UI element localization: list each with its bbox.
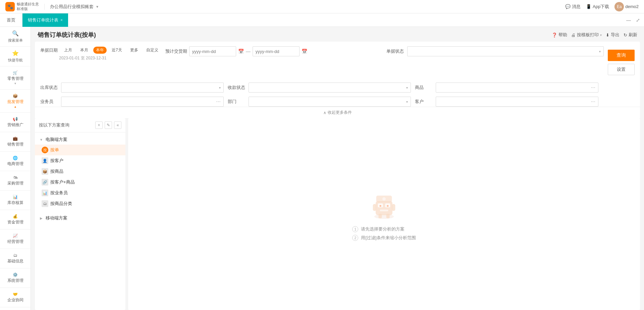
calendar-end-icon[interactable]: 📅: [302, 49, 307, 54]
tree-expand-icon[interactable]: ▼: [39, 137, 44, 142]
left-panel-edit-button[interactable]: ✎: [105, 121, 112, 129]
customer-select[interactable]: ···: [436, 97, 598, 107]
svg-rect-9: [378, 214, 382, 218]
calendar-start-icon[interactable]: 📅: [238, 49, 244, 54]
status-select[interactable]: ▾: [407, 46, 604, 56]
print-icon: 🖨: [571, 33, 576, 38]
settings-button[interactable]: 设置: [608, 64, 635, 75]
export-button[interactable]: ⬇ 导出: [606, 32, 620, 38]
tree-item-by-salesperson[interactable]: 📊 按业务员: [35, 188, 125, 198]
left-panel-header: 按以下方案查询 + ✎ «: [35, 118, 125, 133]
goods-dots[interactable]: ···: [591, 85, 595, 91]
collapse-bar[interactable]: ∧ 收起更多条件: [35, 107, 640, 118]
page-title: 销售订单统计表(按单): [38, 31, 96, 39]
sidebar-item-marketing[interactable]: 📢 营销推广: [0, 113, 31, 132]
sidebar-item-retail[interactable]: 🛒 零售管理 ▾: [0, 66, 31, 90]
tab-bar: 首页 销售订单统计表 × — ⤢: [0, 13, 644, 27]
tree-item-by-order[interactable]: 按 按单: [35, 145, 125, 155]
sidebar-item-ecommerce[interactable]: 🌐 电商管理: [0, 152, 31, 171]
sidebar-item-finance[interactable]: 💰 资金管理: [0, 210, 31, 229]
date-options-group: 上月 本月 本年 近7天 更多 自定义: [61, 46, 161, 54]
sidebar-item-purchase[interactable]: 🛍 采购管理: [0, 171, 31, 191]
salesperson-dots[interactable]: ···: [216, 99, 220, 105]
date-range-text: 2023-01-01 至 2023-12-31: [59, 56, 106, 60]
department-label: 部门: [228, 99, 247, 105]
tree-item-by-goods-category[interactable]: 🗂 按商品分类: [35, 198, 125, 209]
pc-section: ▼ 电脑端方案 按 按单 👤 按客户 📦: [35, 133, 125, 211]
message-button[interactable]: 💬 消息: [565, 4, 581, 10]
outbound-select[interactable]: ▾: [61, 83, 224, 93]
payment-select[interactable]: ▾: [249, 83, 411, 93]
payment-label: 收款状态: [228, 85, 247, 91]
tree-item-by-customer[interactable]: 👤 按客户: [35, 155, 125, 166]
department-select[interactable]: ▾: [249, 97, 411, 107]
left-panel-collapse-button[interactable]: «: [114, 121, 121, 129]
mobile-section: ▶ 移动端方案: [35, 211, 125, 225]
minimize-button[interactable]: —: [625, 17, 632, 23]
sidebar-item-system[interactable]: ⚙️ 系统管理: [0, 268, 31, 288]
tab-close-icon[interactable]: ×: [60, 18, 63, 22]
salesperson-select[interactable]: ···: [61, 97, 224, 107]
by-order-icon: 按: [42, 147, 48, 153]
by-category-icon: 🗂: [42, 200, 48, 207]
print-button[interactable]: 🖨 按模板打印 ▾: [571, 32, 602, 38]
sidebar-item-basic-info[interactable]: 🗂 基础信息: [0, 249, 31, 268]
date-label: 单据日期: [40, 47, 59, 53]
svg-rect-6: [380, 210, 388, 211]
content-area: 销售订单统计表(按单) ❓ 帮助 🖨 按模板打印 ▾ ⬇ 导出 ↻ 刷新: [31, 27, 644, 310]
refresh-icon: ↻: [624, 33, 627, 38]
top-bar-left: 🐾 畅捷通好生意 标准版 办公用品行业模拟账套 ▾: [5, 2, 98, 11]
step-2-num: 2: [352, 235, 358, 241]
left-panel-add-button[interactable]: +: [95, 121, 103, 129]
sidebar-quick-nav-item[interactable]: ⭐ 快捷导航: [0, 47, 31, 66]
tree-mobile-expand-icon[interactable]: ▶: [39, 216, 44, 220]
sidebar-item-wholesale[interactable]: 📦 批发管理 ▴: [0, 90, 31, 113]
tab-sales-statistics[interactable]: 销售订单统计表 ×: [22, 13, 68, 27]
goods-label: 商品: [415, 85, 434, 91]
sidebar-item-guide[interactable]: 📘 新手引导: [0, 307, 31, 310]
empty-step-2: 2 用[过滤]条件来缩小分析范围: [352, 235, 416, 241]
sidebar-item-sales[interactable]: 💼 销售管理: [0, 132, 31, 152]
app-download-button[interactable]: 📱 App下载: [586, 4, 609, 10]
forecast-date-start-input[interactable]: [189, 46, 236, 56]
sidebar: 🔍 搜索菜单 ⭐ 快捷导航 🛒 零售管理 ▾ 📦 批发管理 ▴ 📢 营销推广 💼…: [0, 27, 31, 310]
query-button[interactable]: 查询: [608, 50, 635, 61]
date-btn-this-month[interactable]: 本月: [77, 46, 91, 54]
svg-rect-1: [376, 201, 392, 215]
title-dropdown-icon[interactable]: ▾: [96, 4, 98, 9]
status-dropdown-icon: ▾: [599, 50, 601, 53]
customer-dots[interactable]: ···: [591, 99, 595, 105]
forecast-date-end-input[interactable]: [253, 46, 300, 56]
print-dropdown-icon: ▾: [600, 33, 602, 37]
help-button[interactable]: ❓ 帮助: [552, 32, 567, 38]
by-combo-icon: 🔗: [42, 179, 48, 186]
tab-bar-actions: — ⤢: [625, 17, 641, 23]
empty-state: 1 请先选择要分析的方案 2 用[过滤]条件来缩小分析范围: [128, 118, 640, 310]
by-salesperson-icon: 📊: [42, 190, 48, 196]
date-btn-custom[interactable]: 自定义: [143, 46, 161, 54]
date-btn-last-month[interactable]: 上月: [61, 46, 75, 54]
sidebar-item-operations[interactable]: 📈 经营管理: [0, 229, 31, 249]
tree-item-by-customer-goods[interactable]: 🔗 按客户+商品: [35, 177, 125, 188]
maximize-button[interactable]: ⤢: [635, 17, 641, 23]
collapse-text: ∧ 收起更多条件: [38, 110, 637, 115]
top-bar: 🐾 畅捷通好生意 标准版 办公用品行业模拟账套 ▾ 💬 消息 📱 App下载 E…: [0, 0, 644, 13]
date-btn-this-year[interactable]: 本年: [93, 47, 107, 54]
tab-home[interactable]: 首页: [0, 13, 22, 27]
sidebar-item-enterprise[interactable]: 🤝 企业协同: [0, 288, 31, 307]
page-header: 销售订单统计表(按单) ❓ 帮助 🖨 按模板打印 ▾ ⬇ 导出 ↻ 刷新: [31, 27, 644, 42]
left-panel-actions: + ✎ «: [95, 121, 121, 129]
sidebar-search-item[interactable]: 🔍 搜索菜单: [0, 27, 31, 47]
collapse-icon: ∧: [323, 110, 326, 115]
refresh-button[interactable]: ↻ 刷新: [624, 32, 637, 38]
sidebar-item-inventory[interactable]: 📊 库存核算: [0, 191, 31, 210]
logo-area: 🐾 畅捷通好生意 标准版: [5, 2, 39, 11]
date-btn-more[interactable]: 更多: [127, 46, 141, 54]
page-actions: ❓ 帮助 🖨 按模板打印 ▾ ⬇ 导出 ↻ 刷新: [552, 32, 637, 38]
payment-dropdown-icon: ▾: [406, 86, 408, 90]
tree-mobile-section-header: ▶ 移动端方案: [35, 213, 125, 223]
user-profile[interactable]: Ea demo2: [614, 2, 639, 11]
date-btn-7days[interactable]: 近7天: [109, 46, 125, 54]
goods-select[interactable]: ···: [436, 83, 598, 93]
tree-item-by-goods[interactable]: 📦 按商品: [35, 166, 125, 177]
